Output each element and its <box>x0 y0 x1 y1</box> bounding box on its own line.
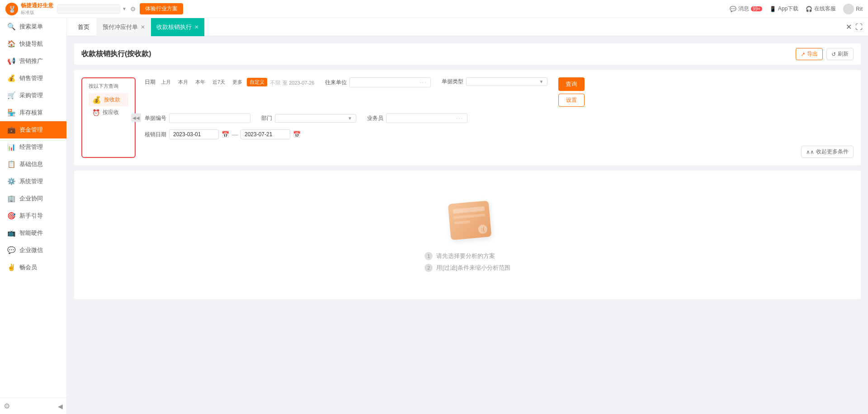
sidebar-item-label: 基础信息 <box>19 160 43 168</box>
filter-panel: 按以下方查询 💰 按收款 ⏰ 按应收 ◀◀ <box>74 70 861 165</box>
sidebar-item-finance[interactable]: 💼 资金管理 <box>0 121 66 138</box>
filter-option-receipt[interactable]: 💰 按收款 <box>89 93 128 106</box>
sidebar-item-quick-nav[interactable]: 🏠 快捷导航 <box>0 35 66 52</box>
empty-box-line3 <box>454 220 470 224</box>
dept-select[interactable]: ▼ <box>275 114 356 123</box>
tab-receivable[interactable]: 收款核销执行 ✕ <box>151 18 205 36</box>
sidebar-item-enterprise[interactable]: 🏢 企业协同 <box>0 190 66 207</box>
logo-icon: 🐰 <box>5 3 18 15</box>
user-area[interactable]: Rit <box>843 4 863 14</box>
online-service-action[interactable]: 🎧 在线客服 <box>806 5 836 13</box>
industry-btn[interactable]: 体验行业方案 <box>140 3 183 14</box>
sidebar-item-sales[interactable]: 💰 销售管理 <box>0 70 66 87</box>
purchase-icon: 🛒 <box>7 91 16 100</box>
tab-home[interactable]: 首页 <box>71 18 97 36</box>
sidebar-item-label: 销售管理 <box>19 74 43 82</box>
finance-icon: 💼 <box>7 126 16 134</box>
sidebar-item-inventory[interactable]: 🏪 库存核算 <box>0 104 66 121</box>
doc-type-select[interactable]: ▼ <box>466 77 547 86</box>
btn-custom[interactable]: 自定义 <box>247 78 267 86</box>
header-left: 🐰 畅捷通好生意 标准版 ▼ ⚙ 体验行业方案 <box>5 2 183 16</box>
header-right: 💬 消息 99+ 📱 App下载 🎧 在线客服 Rit <box>730 4 863 14</box>
sidebar-settings-icon[interactable]: ⚙ <box>4 402 10 410</box>
sidebar-item-marketing[interactable]: 📢 营销推广 <box>0 52 66 70</box>
message-action[interactable]: 💬 消息 99+ <box>730 5 762 13</box>
settings-button[interactable]: 设置 <box>558 94 585 107</box>
empty-box-line <box>453 206 485 214</box>
sidebar-item-label: 营销推广 <box>19 57 43 65</box>
user-avatar <box>843 4 854 14</box>
collapse-more-button[interactable]: ∧∧ 收起更多条件 <box>801 146 854 158</box>
search-icon: 🔍 <box>7 23 16 31</box>
page-header: 收款核销执行(按收款) ↗ 导出 ↺ 刷新 <box>74 43 861 65</box>
filter-row-3: 核销日期 📅 — 📅 <box>145 129 854 139</box>
query-button[interactable]: 查询 <box>558 77 585 91</box>
tab-expand-icon[interactable]: ⛶ <box>855 23 863 31</box>
refresh-button[interactable]: ↺ 刷新 <box>826 48 854 60</box>
sidebar-item-purchase[interactable]: 🛒 采购管理 <box>0 87 66 104</box>
receivable-icon: ⏰ <box>92 109 100 116</box>
gear-icon[interactable]: ⚙ <box>130 5 136 13</box>
sidebar-item-label: 资金管理 <box>19 126 43 134</box>
filter-row-2: 单据编号 部门 ▼ 业务员 <box>145 113 854 123</box>
filter-counterparty-field: 往来单位 ··· <box>325 77 431 87</box>
empty-hint-2: 2 用[过滤]条件来缩小分析范围 <box>425 264 510 272</box>
sidebar-collapse-icon[interactable]: ◀ <box>58 403 63 410</box>
tab-close-active-icon[interactable]: ✕ <box>194 24 199 30</box>
marketing-icon: 📢 <box>7 57 16 65</box>
system-icon: ⚙️ <box>7 177 16 186</box>
empty-hint-1: 1 请先选择要分析的方案 <box>425 252 510 260</box>
btn-more[interactable]: 更多 <box>230 78 245 86</box>
sidebar-item-system[interactable]: ⚙️ 系统管理 <box>0 173 66 190</box>
sidebar-item-vip[interactable]: ✌️ 畅会员 <box>0 259 66 276</box>
empty-illustration: :( <box>445 198 490 243</box>
sidebar-item-management[interactable]: 📊 经营管理 <box>0 138 66 156</box>
inventory-icon: 🏪 <box>7 109 16 117</box>
tab-prepay[interactable]: 预付冲应付单 ✕ <box>97 18 151 36</box>
btn-curr-year[interactable]: 本年 <box>193 78 208 86</box>
salesman-input[interactable]: ··· <box>386 113 467 123</box>
tab-close-icon[interactable]: ✕ <box>141 24 145 30</box>
empty-box-line2 <box>453 214 485 219</box>
query-settings-col: 查询 设置 <box>558 77 585 107</box>
page-title: 收款核销执行(按收款) <box>81 49 151 59</box>
management-icon: 📊 <box>7 143 16 151</box>
sidebar-item-label: 系统管理 <box>19 177 43 186</box>
counterparty-input[interactable]: ··· <box>349 77 431 87</box>
app-download-action[interactable]: 📱 App下载 <box>769 5 798 13</box>
doc-type-arrow-icon: ▼ <box>539 79 544 84</box>
sidebar-item-label: 新手引导 <box>19 212 43 220</box>
query-type-panel: 按以下方查询 💰 按收款 ⏰ 按应收 ◀◀ <box>81 77 136 158</box>
tab-close-all-icon[interactable]: ✕ <box>846 23 852 31</box>
btn-7days[interactable]: 近7天 <box>210 78 228 86</box>
verify-date-end-input[interactable] <box>241 129 290 139</box>
header-dropdown-arrow-icon[interactable]: ▼ <box>122 6 127 11</box>
sidebar-item-hardware[interactable]: 📺 智能硬件 <box>0 224 66 242</box>
empty-box-container: :( <box>445 198 499 247</box>
phone-icon: 📱 <box>769 6 776 12</box>
verify-date-start-cal-icon[interactable]: 📅 <box>222 131 229 138</box>
sidebar-item-guide[interactable]: 🎯 新手引导 <box>0 207 66 224</box>
sidebar-item-basic-info[interactable]: 📋 基础信息 <box>0 156 66 173</box>
step-num-2: 2 <box>425 264 433 272</box>
verify-date-start-input[interactable] <box>169 129 219 139</box>
sidebar-item-label: 畅会员 <box>19 263 37 271</box>
logo-text: 畅捷通好生意 标准版 <box>21 2 53 16</box>
filter-collapse-button[interactable]: ◀◀ <box>131 114 141 122</box>
filter-doc-no-field: 单据编号 <box>145 113 250 123</box>
sidebar-item-label: 快捷导航 <box>19 40 43 48</box>
export-button[interactable]: ↗ 导出 <box>796 48 823 60</box>
sidebar-item-wechat[interactable]: 💬 企业微信 <box>0 242 66 259</box>
verify-date-end-cal-icon[interactable]: 📅 <box>293 131 301 138</box>
sidebar-item-label: 库存核算 <box>19 109 43 117</box>
step-num-1: 1 <box>425 252 433 260</box>
header-search-input[interactable] <box>57 4 120 14</box>
doc-no-input[interactable] <box>169 113 250 123</box>
btn-prev-month[interactable]: 上月 <box>158 78 174 86</box>
empty-box-shape: :( <box>448 200 492 240</box>
sidebar-item-search-menu[interactable]: 🔍 搜索菜单 <box>0 18 66 35</box>
quick-nav-icon: 🏠 <box>7 40 16 48</box>
filter-option-receivable[interactable]: ⏰ 按应收 <box>89 106 128 119</box>
sidebar-item-label: 搜索菜单 <box>19 23 43 31</box>
btn-curr-month[interactable]: 本月 <box>175 78 191 86</box>
